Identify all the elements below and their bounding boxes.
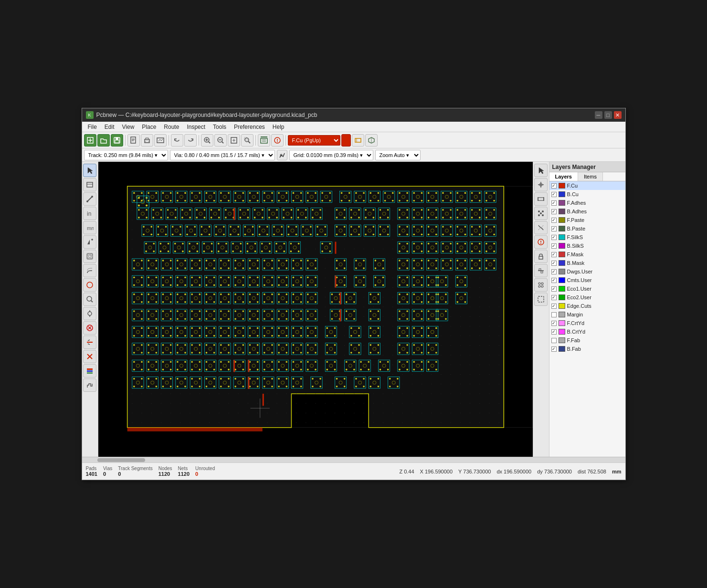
layer-checkbox-F.Mask[interactable]: ✓: [551, 252, 557, 257]
maximize-button[interactable]: □: [604, 111, 612, 119]
layer-item-b-crtyd[interactable]: ✓B.CrtYd: [549, 327, 625, 336]
ratsnest-toggle[interactable]: [534, 221, 548, 234]
close-button[interactable]: ✕: [614, 111, 622, 119]
layer-checkbox-Edge.Cuts[interactable]: ✓: [551, 304, 557, 309]
canvas-area[interactable]: [98, 162, 533, 457]
layer-item-margin[interactable]: Margin: [549, 310, 625, 319]
highlight-net-button[interactable]: [352, 134, 364, 147]
layer-item-f-paste[interactable]: ✓F.Paste: [549, 216, 625, 224]
layer-checkbox-B.Fab[interactable]: ✓: [551, 346, 557, 352]
measure-tool-right[interactable]: [534, 192, 548, 206]
layer-item-eco2-user[interactable]: ✓Eco2.User: [549, 293, 625, 302]
print-button[interactable]: [141, 134, 153, 147]
layer-checkbox-Eco1.User[interactable]: ✓: [551, 286, 557, 292]
layer-stack-tool[interactable]: [83, 364, 96, 378]
layer-checkbox-F.CrtYd[interactable]: ✓: [551, 321, 557, 326]
layer-select[interactable]: F.Cu (PgUp): [288, 135, 340, 146]
layer-checkbox-Dwgs.User[interactable]: ✓: [551, 269, 557, 274]
add-component-tool[interactable]: [83, 235, 96, 249]
layer-checkbox-Margin[interactable]: [551, 312, 557, 317]
scrollbar-thumb-h[interactable]: [97, 458, 145, 462]
layer-checkbox-Eco2.User[interactable]: ✓: [551, 295, 557, 300]
layer-checkbox-B.Adhes[interactable]: ✓: [551, 209, 557, 214]
pad-tool[interactable]: [83, 307, 96, 320]
layer-checkbox-F.Fab[interactable]: [551, 338, 557, 343]
menu-edit[interactable]: Edit: [101, 123, 118, 131]
tune-tool[interactable]: [83, 378, 96, 392]
menu-file[interactable]: File: [84, 123, 101, 131]
origin-tool[interactable]: [534, 178, 548, 191]
group-tool[interactable]: [534, 293, 548, 306]
layer-item-f-cu[interactable]: ✓F.Cu: [549, 181, 625, 190]
plot-button[interactable]: [154, 134, 167, 147]
open-pcb-button[interactable]: [97, 134, 110, 147]
delete-tool[interactable]: [83, 350, 96, 363]
menu-view[interactable]: View: [118, 123, 138, 131]
redo-button[interactable]: [184, 134, 197, 147]
menu-tools[interactable]: Tools: [209, 123, 230, 131]
router-tools[interactable]: [83, 192, 96, 206]
layer-item-cmts-user[interactable]: ✓Cmts.User: [549, 276, 625, 284]
run-drc-button[interactable]: [271, 134, 284, 147]
layer-checkbox-F.Cu[interactable]: ✓: [551, 183, 557, 189]
zoom-area-button[interactable]: [241, 134, 253, 147]
layer-item-f-fab[interactable]: F.Fab: [549, 336, 625, 345]
undo-button[interactable]: [171, 134, 183, 147]
spread-tool[interactable]: [534, 278, 548, 292]
grid-select[interactable]: Grid: 0.0100 mm (0.39 mils) ▾: [289, 150, 373, 160]
layer-item-f-adhes[interactable]: ✓F.Adhes: [549, 199, 625, 207]
layer-item-b-adhes[interactable]: ✓B.Adhes: [549, 207, 625, 216]
add-tracks-tool[interactable]: [83, 250, 96, 263]
ratsnest-tool[interactable]: [83, 264, 96, 277]
layer-item-dwgs-user[interactable]: ✓Dwgs.User: [549, 267, 625, 276]
zone-tool[interactable]: [83, 321, 96, 335]
layer-checkbox-B.Paste[interactable]: ✓: [551, 226, 557, 231]
layer-item-f-crtyd[interactable]: ✓F.CrtYd: [549, 319, 625, 327]
select-tool-button[interactable]: [83, 164, 96, 177]
layer-checkbox-F.Paste[interactable]: ✓: [551, 218, 557, 223]
menu-place[interactable]: Place: [138, 123, 160, 131]
select-tool-right[interactable]: [534, 164, 548, 177]
add-vias-tool[interactable]: [83, 336, 96, 349]
draw-tool[interactable]: in: [83, 207, 96, 220]
layer-item-b-paste[interactable]: ✓B.Paste: [549, 224, 625, 233]
layer-item-edge-cuts[interactable]: ✓Edge.Cuts: [549, 302, 625, 310]
save-pcb-button[interactable]: [111, 134, 123, 147]
add-circle-tool[interactable]: [83, 278, 96, 292]
layer-item-f-silks[interactable]: ✓F.SilkS: [549, 233, 625, 242]
layer-checkbox-F.Adhes[interactable]: ✓: [551, 200, 557, 206]
menu-inspect[interactable]: Inspect: [183, 123, 209, 131]
tab-layers[interactable]: Layers: [549, 172, 578, 181]
zoom-select[interactable]: Zoom Auto ▾: [375, 150, 421, 160]
layer-item-b-mask[interactable]: ✓B.Mask: [549, 259, 625, 267]
zoom-out-button[interactable]: [214, 134, 227, 147]
interactive-router-settings[interactable]: [277, 150, 287, 160]
menu-help[interactable]: Help: [269, 123, 288, 131]
page-settings-button[interactable]: [127, 134, 140, 147]
layer-item-b-cu[interactable]: ✓B.Cu: [549, 190, 625, 199]
layer-item-f-mask[interactable]: ✓F.Mask: [549, 250, 625, 259]
new-pcb-button[interactable]: [84, 134, 96, 147]
layer-item-eco1-user[interactable]: ✓Eco1.User: [549, 284, 625, 293]
drc-tool[interactable]: [534, 235, 548, 249]
layer-item-b-fab[interactable]: ✓B.Fab: [549, 345, 625, 353]
lock-tool[interactable]: [534, 250, 548, 263]
3d-viewer-button[interactable]: [365, 134, 378, 147]
layer-checkbox-B.SilkS[interactable]: ✓: [551, 243, 557, 249]
layer-checkbox-B.CrtYd[interactable]: ✓: [551, 329, 557, 335]
align-tool[interactable]: [534, 264, 548, 277]
track-select[interactable]: Track: 0.250 mm (9.84 mils) ▾: [84, 150, 168, 160]
measure-tool[interactable]: mm: [83, 221, 96, 234]
zoom-in-button[interactable]: [201, 134, 213, 147]
via-select[interactable]: Via: 0.80 / 0.40 mm (31.5 / 15.7 mils) ▾: [170, 150, 275, 160]
layer-checkbox-B.Cu[interactable]: ✓: [551, 192, 557, 197]
tab-items[interactable]: Items: [578, 172, 603, 181]
minimize-button[interactable]: ─: [595, 111, 602, 119]
highlight-net-tool[interactable]: [83, 178, 96, 191]
layer-checkbox-Cmts.User[interactable]: ✓: [551, 278, 557, 283]
layer-checkbox-F.SilkS[interactable]: ✓: [551, 235, 557, 240]
layer-item-b-silks[interactable]: ✓B.SilkS: [549, 242, 625, 250]
layer-checkbox-B.Mask[interactable]: ✓: [551, 261, 557, 266]
load-netlist-button[interactable]: [258, 134, 270, 147]
component-grid-tool[interactable]: [534, 207, 548, 220]
